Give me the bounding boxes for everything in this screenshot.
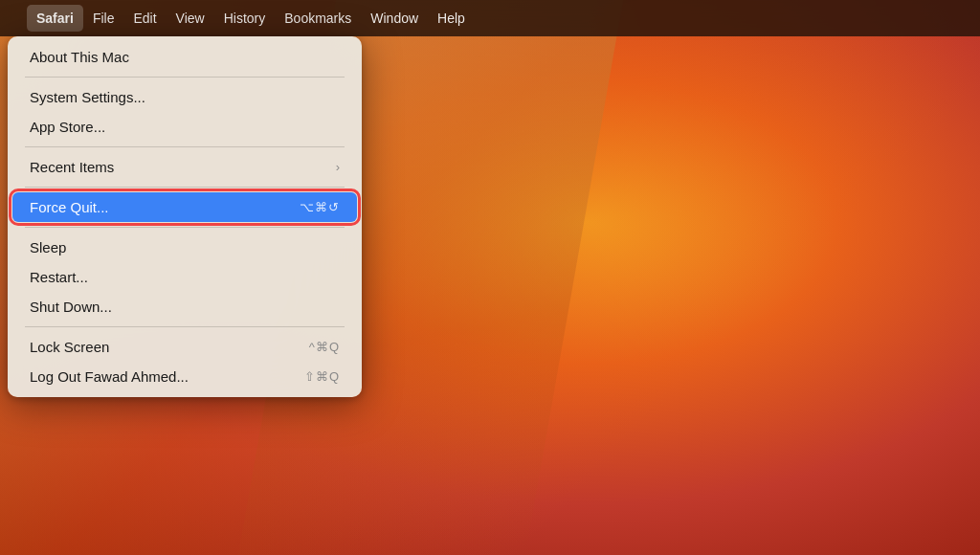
menu-item-about-label: About This Mac	[30, 49, 129, 65]
menubar-window[interactable]: Window	[361, 5, 428, 32]
menu-item-shutdown[interactable]: Shut Down...	[12, 292, 357, 322]
menubar-file[interactable]: File	[83, 5, 124, 32]
menu-item-logout[interactable]: Log Out Fawad Ahmed... ⇧⌘Q	[12, 362, 357, 391]
menubar-view[interactable]: View	[167, 5, 214, 32]
logout-shortcut: ⇧⌘Q	[304, 369, 340, 384]
menu-item-app-store-label: App Store...	[30, 119, 105, 135]
menu-item-logout-label: Log Out Fawad Ahmed...	[30, 368, 189, 385]
menu-item-shutdown-label: Shut Down...	[30, 299, 112, 315]
menu-item-lock-screen-label: Lock Screen	[30, 339, 109, 355]
menu-item-sleep[interactable]: Sleep	[12, 233, 357, 262]
menubar-safari[interactable]: Safari	[27, 5, 83, 32]
menubar-edit[interactable]: Edit	[123, 5, 166, 32]
menubar-history[interactable]: History	[214, 5, 276, 32]
menu-item-restart-label: Restart...	[30, 269, 88, 285]
menubar-bookmarks[interactable]: Bookmarks	[275, 5, 361, 32]
apple-dropdown-menu: About This Mac System Settings... App St…	[8, 36, 362, 397]
separator-5	[25, 326, 345, 327]
menu-item-force-quit[interactable]: Force Quit... ⌥⌘↺	[12, 192, 357, 222]
menu-item-sleep-label: Sleep	[30, 239, 66, 255]
menu-item-system-settings-label: System Settings...	[30, 89, 145, 105]
menu-item-recent-items-label: Recent Items	[30, 159, 114, 175]
menubar-help[interactable]: Help	[428, 5, 475, 32]
separator-4	[25, 227, 345, 228]
apple-menu-icon[interactable]	[8, 14, 27, 22]
menu-item-force-quit-label: Force Quit...	[30, 199, 109, 215]
menu-item-lock-screen[interactable]: Lock Screen ^⌘Q	[12, 332, 357, 362]
menu-item-about[interactable]: About This Mac	[12, 42, 357, 72]
menu-item-app-store[interactable]: App Store...	[12, 112, 357, 142]
menu-item-restart[interactable]: Restart...	[12, 262, 357, 292]
lock-screen-shortcut: ^⌘Q	[309, 340, 340, 354]
chevron-right-icon: ›	[336, 160, 340, 174]
menubar: Safari File Edit View History Bookmarks …	[0, 0, 980, 36]
separator-3	[25, 187, 345, 188]
separator-2	[25, 146, 345, 147]
separator-1	[25, 77, 345, 78]
menu-item-recent-items[interactable]: Recent Items ›	[12, 152, 357, 182]
force-quit-shortcut: ⌥⌘↺	[300, 200, 340, 214]
menu-item-system-settings[interactable]: System Settings...	[12, 82, 357, 112]
